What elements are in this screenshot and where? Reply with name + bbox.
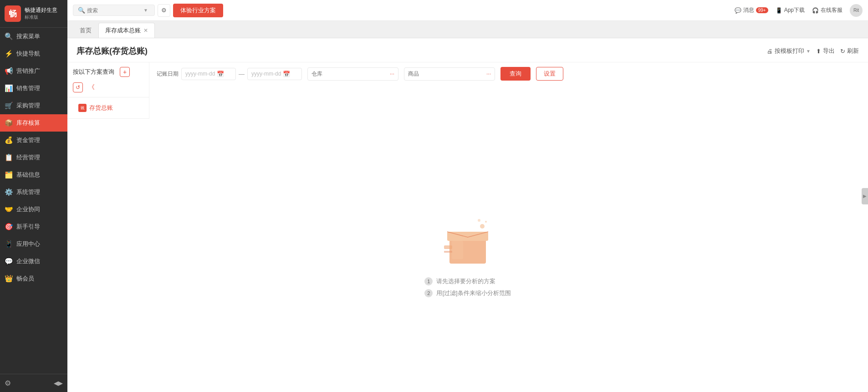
empty-state: 1 请先选择要分析的方案 2 用[过滤]条件来缩小分析范围 <box>67 119 868 392</box>
query-button[interactable]: 查询 <box>500 67 531 81</box>
topbar-search-input[interactable] <box>87 7 142 14</box>
dropdown-print-icon[interactable]: ▼ <box>806 49 811 54</box>
lightning-icon: ⚡ <box>5 50 13 58</box>
wechat-icon: 💬 <box>5 257 13 265</box>
export-label: 导出 <box>823 47 835 55</box>
tip-text-1: 请先选择要分析的方案 <box>436 277 495 285</box>
enterprise-icon: 🤝 <box>5 205 13 214</box>
dropdown-arrow-icon[interactable]: ▼ <box>143 8 148 13</box>
tip-text-2: 用[过滤]条件来缩小分析范围 <box>436 289 511 297</box>
sidebar-item-finance[interactable]: 💰 资金管理 <box>0 132 67 149</box>
sidebar-item-label: 搜索菜单 <box>16 32 40 41</box>
sales-icon: 📊 <box>5 84 13 92</box>
export-button[interactable]: ⬆ 导出 <box>816 47 835 55</box>
warehouse-more-icon[interactable]: ··· <box>390 71 394 77</box>
topbar: 🔍 ▼ ⚙ 体验行业方案 💬 消息 99+ 📱 App下载 🎧 在线客服 <box>67 0 868 21</box>
filter-fields: 记账日期 yyyy-mm-dd 📅 — yyyy-mm-dd 📅 <box>149 62 868 119</box>
topbar-right: 💬 消息 99+ 📱 App下载 🎧 在线客服 Rit <box>735 4 863 17</box>
right-panel-toggle[interactable]: ▶ <box>862 188 868 204</box>
refresh-button[interactable]: ↻ 刷新 <box>840 47 859 55</box>
sidebar-item-quicknav[interactable]: ⚡ 快捷导航 <box>0 45 67 62</box>
app-download-button[interactable]: 📱 App下载 <box>776 6 805 14</box>
date-start-input[interactable]: yyyy-mm-dd 📅 <box>181 68 236 80</box>
sidebar-item-purchase[interactable]: 🛒 采购管理 <box>0 97 67 114</box>
date-end-input[interactable]: yyyy-mm-dd 📅 <box>247 68 302 80</box>
print-template-button[interactable]: 🖨 按模板打印 ▼ <box>767 47 811 55</box>
sidebar-item-label: 营销推广 <box>16 67 40 75</box>
content-area: 库存总账(存货总账) 🖨 按模板打印 ▼ ⬆ 导出 ↻ 刷新 <box>67 38 868 392</box>
logo-badge: 标准版 <box>25 14 57 20</box>
sidebar-item-label: 库存核算 <box>16 119 40 127</box>
sidebar-item-enterprise[interactable]: 🤝 企业协同 <box>0 201 67 218</box>
operations-icon: 📋 <box>5 153 13 162</box>
calendar-end-icon: 📅 <box>283 71 290 77</box>
tab-close-icon[interactable]: ✕ <box>143 27 148 34</box>
online-service-label: 在线客服 <box>821 6 842 14</box>
tab-inventory-ledger[interactable]: 库存成本总账 ✕ <box>98 23 155 38</box>
guide-icon: 🎯 <box>5 223 13 231</box>
filter-label: 按以下方案查询 <box>73 68 114 76</box>
date-start-placeholder: yyyy-mm-dd <box>185 71 215 77</box>
sidebar-item-label: 畅会员 <box>16 275 34 283</box>
filter-fields-row: 记账日期 yyyy-mm-dd 📅 — yyyy-mm-dd 📅 <box>157 67 861 81</box>
sidebar-item-label: 企业微信 <box>16 257 40 265</box>
sidebar-item-newguide[interactable]: 🎯 新手引导 <box>0 218 67 235</box>
schema-list: 账 存货总账 <box>67 97 149 119</box>
filter-collapse-button[interactable]: 《 <box>88 83 95 92</box>
sidebar-logo: 畅 畅捷通好生意 标准版 <box>0 0 67 28</box>
sidebar-item-marketing[interactable]: 📢 营销推广 <box>0 62 67 80</box>
sidebar-item-member[interactable]: 👑 畅会员 <box>0 270 67 287</box>
system-icon: ⚙️ <box>5 188 13 196</box>
message-icon: 💬 <box>735 7 741 14</box>
filter-row: 按以下方案查询 + ↺ 《 <box>73 67 143 92</box>
online-service-button[interactable]: 🎧 在线客服 <box>812 6 842 14</box>
gear-icon: ⚙ <box>161 7 167 14</box>
topbar-search-area[interactable]: 🔍 ▼ <box>73 5 155 16</box>
schema-item-label: 存货总账 <box>89 104 113 112</box>
logo-text: 畅捷通好生意 <box>25 7 57 14</box>
sidebar-item-label: 企业协同 <box>16 205 40 214</box>
settings-button[interactable]: 设置 <box>536 67 563 81</box>
warehouse-select[interactable]: 仓库 ··· <box>307 67 398 81</box>
sidebar-item-system[interactable]: ⚙️ 系统管理 <box>0 183 67 201</box>
user-name: Rit <box>853 8 859 13</box>
inventory-icon: 📦 <box>5 119 13 127</box>
schema-panel: 按以下方案查询 + ↺ 《 账 存货总账 <box>67 62 149 119</box>
sidebar-item-appcenter[interactable]: 📱 应用中心 <box>0 235 67 253</box>
sidebar-item-sales[interactable]: 📊 销售管理 <box>0 80 67 97</box>
page-header: 库存总账(存货总账) 🖨 按模板打印 ▼ ⬆ 导出 ↻ 刷新 <box>67 38 868 62</box>
sidebar-nav: 🔍 搜索菜单 ⚡ 快捷导航 📢 营销推广 📊 销售管理 🛒 采购管理 📦 库存核… <box>0 28 67 374</box>
goods-select[interactable]: 商品 ··· <box>404 67 495 81</box>
sidebar-item-search[interactable]: 🔍 搜索菜单 <box>0 28 67 45</box>
sidebar-item-operations[interactable]: 📋 经营管理 <box>0 149 67 166</box>
sidebar-item-label: 销售管理 <box>16 84 40 92</box>
sidebar-item-corpwechat[interactable]: 💬 企业微信 <box>0 253 67 270</box>
topbar-gear-button[interactable]: ⚙ <box>158 4 170 17</box>
service-icon: 🎧 <box>812 7 819 14</box>
svg-point-5 <box>485 221 487 223</box>
refresh-icon: ↻ <box>840 48 845 55</box>
tip-num-1: 1 <box>424 277 433 285</box>
date-range-group: 记账日期 yyyy-mm-dd 📅 — yyyy-mm-dd 📅 <box>157 68 302 80</box>
filter-add-button[interactable]: + <box>120 67 130 77</box>
goods-more-icon[interactable]: ··· <box>486 71 491 77</box>
sidebar-item-label: 新手引导 <box>16 223 40 231</box>
sidebar-item-label: 系统管理 <box>16 188 40 196</box>
message-button[interactable]: 💬 消息 99+ <box>735 6 768 14</box>
page-title: 库存总账(存货总账) <box>77 46 148 56</box>
mobile-icon: 📱 <box>776 7 782 14</box>
filter-reset-button[interactable]: ↺ <box>73 82 83 92</box>
user-avatar[interactable]: Rit <box>850 4 863 17</box>
industry-solution-button[interactable]: 体验行业方案 <box>173 4 223 17</box>
date-end-placeholder: yyyy-mm-dd <box>251 71 281 77</box>
collapse-icon[interactable]: ◀▶ <box>54 380 63 387</box>
settings-icon[interactable]: ⚙ <box>5 379 11 387</box>
sidebar-item-basic[interactable]: 🗂️ 基础信息 <box>0 166 67 183</box>
schema-item[interactable]: 账 存货总账 <box>75 101 142 115</box>
print-template-label: 按模板打印 <box>775 47 804 55</box>
sidebar-item-inventory[interactable]: 📦 库存核算 <box>0 114 67 132</box>
tabs-bar: 首页 库存成本总账 ✕ <box>67 21 868 38</box>
sidebar-item-label: 经营管理 <box>16 153 40 162</box>
tab-home[interactable]: 首页 <box>73 23 98 38</box>
empty-illustration <box>440 214 495 268</box>
